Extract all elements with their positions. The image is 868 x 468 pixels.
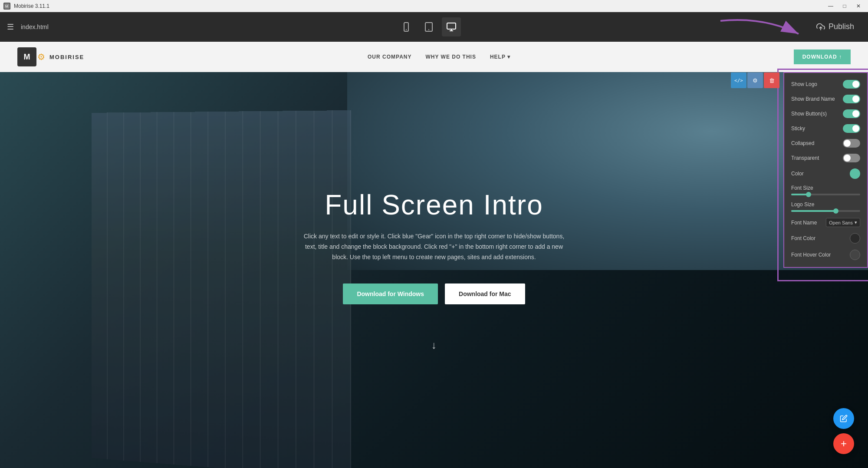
toggle-knob: [852, 96, 859, 102]
show-logo-toggle[interactable]: [843, 80, 860, 89]
download-windows-button[interactable]: Download for Windows: [343, 283, 438, 304]
font-name-select[interactable]: Open Sans ▾: [826, 218, 860, 227]
font-name-row: Font Name Open Sans ▾: [791, 218, 860, 227]
publish-button[interactable]: Publish: [809, 19, 861, 35]
delete-block-button[interactable]: 🗑: [764, 73, 779, 88]
toggle-knob: [844, 140, 851, 147]
tablet-view-button[interactable]: [419, 17, 438, 36]
hero-content: Full Screen Intro Click any text to edit…: [0, 72, 868, 468]
download-badge[interactable]: DOWNLOAD ↑: [794, 49, 851, 64]
sticky-row: Sticky: [791, 124, 860, 133]
collapsed-label: Collapsed: [791, 140, 814, 146]
hero-title[interactable]: Full Screen Intro: [325, 189, 543, 221]
font-size-slider[interactable]: [791, 194, 860, 195]
site-logo: M ⚙ MOBIRISE: [17, 47, 84, 66]
sticky-label: Sticky: [791, 125, 805, 132]
app-toolbar: ☰ index.html: [0, 12, 868, 42]
code-edit-button[interactable]: </>: [731, 73, 746, 88]
close-button[interactable]: ✕: [852, 1, 865, 11]
main-content: M ⚙ MOBIRISE OUR COMPANY WHY WE DO THIS …: [0, 42, 868, 468]
hamburger-menu-icon[interactable]: ☰: [7, 22, 14, 32]
show-buttons-label: Show Button(s): [791, 111, 827, 117]
gear-icon: ⚙: [753, 77, 758, 84]
color-swatch[interactable]: [850, 168, 860, 179]
svg-rect-6: [447, 23, 456, 29]
title-bar-controls: — □ ✕: [825, 1, 865, 11]
dropdown-chevron-icon: ▾: [507, 54, 510, 60]
collapsed-row: Collapsed: [791, 139, 860, 148]
show-brand-name-row: Show Brand Name: [791, 95, 860, 103]
transparent-row: Transparent: [791, 154, 860, 162]
title-bar: M Mobirise 3.11.1 — □ ✕: [0, 0, 868, 12]
mobile-view-button[interactable]: [397, 17, 416, 36]
show-logo-label: Show Logo: [791, 81, 817, 87]
site-navbar: M ⚙ MOBIRISE OUR COMPANY WHY WE DO THIS …: [0, 42, 868, 72]
toggle-knob: [852, 110, 859, 117]
font-color-swatch[interactable]: [850, 233, 860, 244]
scroll-down-arrow-icon[interactable]: ↓: [431, 339, 437, 351]
settings-panel: Show Logo Show Brand Name Show Button(s): [783, 72, 868, 268]
minimize-button[interactable]: —: [825, 1, 837, 11]
toggle-knob: [844, 155, 851, 161]
app-icon: M: [3, 3, 10, 10]
logo-size-row: Logo Size: [791, 201, 860, 212]
svg-text:M: M: [5, 4, 8, 8]
font-hover-color-label: Font Hover Color: [791, 252, 831, 258]
font-size-row: Font Size: [791, 185, 860, 195]
color-row: Color: [791, 168, 860, 179]
logo-size-label: Logo Size: [791, 201, 860, 208]
site-nav: OUR COMPANY WHY WE DO THIS HELP ▾: [368, 54, 510, 60]
font-size-thumb[interactable]: [806, 192, 811, 197]
color-label: Color: [791, 171, 804, 177]
site-brand-name: MOBIRISE: [49, 54, 84, 60]
hero-section: Full Screen Intro Click any text to edit…: [0, 72, 868, 468]
gear-settings-button[interactable]: ⚙: [747, 73, 763, 88]
show-brand-name-label: Show Brand Name: [791, 96, 835, 102]
logo-size-slider[interactable]: [791, 210, 860, 212]
title-bar-left: M Mobirise 3.11.1: [3, 3, 49, 10]
add-block-fab-button[interactable]: +: [833, 433, 854, 454]
nav-link-company[interactable]: OUR COMPANY: [368, 54, 411, 60]
logo-gear-icon: ⚙: [37, 52, 45, 62]
maximize-button[interactable]: □: [838, 1, 851, 11]
publish-label: Publish: [829, 22, 854, 31]
device-switcher: [397, 17, 461, 36]
show-buttons-row: Show Button(s): [791, 109, 860, 118]
show-buttons-toggle[interactable]: [843, 109, 860, 118]
logo-icon: M: [17, 47, 36, 66]
hero-buttons: Download for Windows Download for Mac: [343, 283, 525, 304]
desktop-view-button[interactable]: [442, 17, 461, 36]
download-mac-button[interactable]: Download for Mac: [445, 283, 525, 304]
plus-icon: +: [841, 438, 847, 450]
toolbar-left: ☰ index.html: [7, 22, 49, 32]
transparent-toggle[interactable]: [843, 154, 860, 162]
transparent-label: Transparent: [791, 155, 819, 161]
collapsed-toggle[interactable]: [843, 139, 860, 148]
hero-subtitle[interactable]: Click any text to edit or style it. Clic…: [299, 231, 569, 262]
edit-fab-button[interactable]: [833, 408, 854, 429]
website-preview: M ⚙ MOBIRISE OUR COMPANY WHY WE DO THIS …: [0, 42, 868, 468]
logo-size-thumb[interactable]: [833, 208, 838, 214]
show-logo-row: Show Logo: [791, 80, 860, 89]
font-color-label: Font Color: [791, 235, 815, 241]
nav-link-why[interactable]: WHY WE DO THIS: [425, 54, 476, 60]
show-brand-name-toggle[interactable]: [843, 95, 860, 103]
trash-icon: 🗑: [769, 77, 775, 84]
nav-link-help[interactable]: HELP ▾: [490, 54, 510, 60]
font-color-row: Font Color: [791, 233, 860, 244]
font-hover-color-swatch[interactable]: [850, 250, 860, 260]
font-name-label: Font Name: [791, 220, 817, 226]
toolbar-right: Publish: [809, 19, 861, 35]
file-name-label: index.html: [21, 23, 49, 30]
sticky-toggle[interactable]: [843, 124, 860, 133]
title-bar-title: Mobirise 3.11.1: [14, 3, 49, 9]
font-size-label: Font Size: [791, 185, 860, 191]
block-edit-bar: </> ⚙ 🗑: [731, 73, 779, 88]
font-select-chevron-icon: ▾: [855, 220, 857, 225]
logo-size-fill: [791, 210, 836, 212]
toggle-knob: [852, 125, 859, 132]
toggle-knob: [852, 81, 859, 88]
font-hover-color-row: Font Hover Color: [791, 250, 860, 260]
